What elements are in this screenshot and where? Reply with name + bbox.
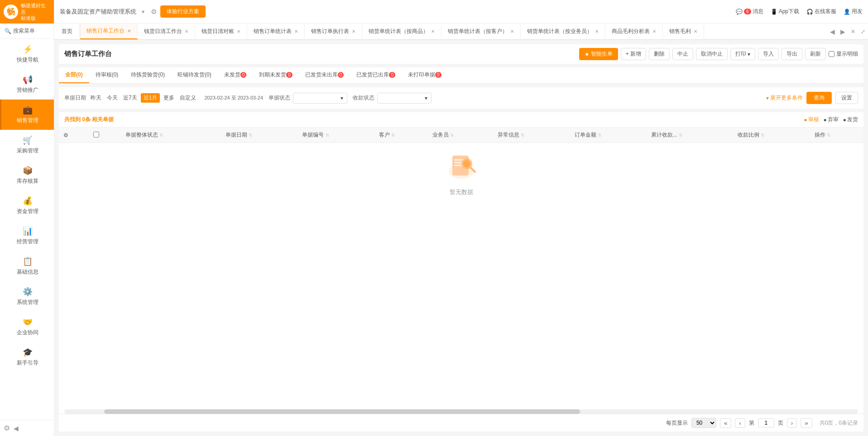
ship-action[interactable]: ● 发货 (843, 116, 858, 123)
tab-close-cash-reconcile[interactable]: ✕ (237, 29, 240, 34)
approve-action[interactable]: ● 审核 (804, 116, 819, 123)
first-page-btn[interactable]: « (720, 418, 731, 428)
show-detail-checkbox[interactable] (829, 51, 834, 57)
setting-btn[interactable]: 设置 (835, 92, 858, 104)
online-service-action[interactable]: 🎧 在线客服 (806, 8, 836, 15)
payment-select[interactable]: ▾ (377, 93, 432, 104)
trial-btn[interactable]: 体验行业方案 (160, 5, 206, 18)
sidebar-item-base-info[interactable]: 📋基础信息 (0, 251, 54, 281)
settings-icon[interactable]: ⚙ (4, 424, 10, 432)
filter-tab-all[interactable]: 全部(0) (59, 67, 89, 83)
expand-btn[interactable]: ▾ 展开更多条件 (766, 94, 803, 102)
sort-icon-exception[interactable]: ⇅ (521, 133, 524, 137)
date-opt-yesterday[interactable]: 昨天 (89, 93, 103, 103)
tab-close-sales-by-customer[interactable]: ✕ (510, 29, 514, 34)
print-btn[interactable]: 打印 ▾ (730, 48, 755, 60)
sort-icon-staff[interactable]: ⇅ (450, 133, 454, 137)
tab-sales-profit[interactable]: 销售毛利✕ (663, 24, 704, 39)
sidebar-item-guide[interactable]: 🎓新手引导 (0, 342, 54, 372)
sidebar-item-system[interactable]: ⚙️系统管理 (0, 281, 54, 312)
delete-btn[interactable]: 删除 (649, 48, 670, 60)
tab-close-sales-stats[interactable]: ✕ (294, 29, 298, 34)
filter-tab-shipped-not-out[interactable]: 已发货未出库0 (299, 67, 350, 83)
collapse-icon[interactable]: ◀ (14, 425, 19, 432)
sidebar-item-quick-nav[interactable]: ⚡快捷导航 (0, 39, 54, 69)
sort-icon-collected[interactable]: ⇅ (679, 133, 682, 137)
sidebar-item-marketing[interactable]: 📢营销推广 (0, 69, 54, 100)
settings-gear-icon[interactable]: ⚙ (151, 8, 157, 16)
dropdown-icon[interactable]: ▾ (142, 9, 144, 15)
import-btn[interactable]: 导入 (758, 48, 779, 60)
date-opt-today[interactable]: 今天 (105, 93, 120, 103)
export-btn[interactable]: 导出 (782, 48, 802, 60)
sidebar-item-purchase[interactable]: 🛒采购管理 (0, 130, 54, 160)
sidebar-item-finance[interactable]: 💰资金管理 (0, 190, 54, 221)
col-checkbox[interactable] (89, 128, 121, 143)
sort-icon-customer[interactable]: ⇅ (391, 133, 395, 137)
tab-sales-by-product[interactable]: 销货单统计表（按商品）✕ (362, 24, 441, 39)
tab-close-all-icon[interactable]: ✕ (848, 28, 858, 35)
page-size-select[interactable]: 50 10 20 100 (691, 418, 716, 428)
col-setting[interactable]: ⚙ (59, 128, 89, 143)
filter-tab-pending-review[interactable]: 待审核(0) (89, 67, 125, 83)
user-action[interactable]: 👤 用友 (844, 8, 863, 15)
sidebar-item-operations[interactable]: 📊经营管理 (0, 221, 54, 251)
tab-close-sales-profit[interactable]: ✕ (694, 29, 697, 34)
filter-tab-pending-inspect[interactable]: 待拣货验货(0) (125, 67, 171, 83)
col-setting-icon[interactable]: ⚙ (63, 132, 68, 138)
sort-icon-ratio[interactable]: ⇅ (761, 133, 764, 137)
tab-gross-profit[interactable]: 商品毛利分析表✕ (605, 24, 663, 39)
select-all-checkbox[interactable] (93, 132, 99, 137)
last-page-btn[interactable]: » (801, 418, 812, 428)
sort-icon-amount[interactable]: ⇅ (598, 133, 601, 137)
sidebar-search[interactable]: 🔍 搜索菜单 (0, 24, 54, 39)
sort-icon-number[interactable]: ⇅ (326, 133, 329, 137)
app-download-action[interactable]: 📱 App下载 (771, 8, 799, 15)
refresh-btn[interactable]: 刷新 (805, 48, 826, 60)
filter-tab-not-printed[interactable]: 未打印单据0 (402, 67, 448, 83)
tab-maximize-icon[interactable]: ⤢ (858, 28, 868, 35)
sidebar-item-inventory[interactable]: 📦库存核算 (0, 160, 54, 190)
tab-sales-exec[interactable]: 销售订单执行表✕ (305, 24, 362, 39)
filter-tab-not-shipped[interactable]: 未发货0 (218, 67, 253, 83)
sort-icon-operation[interactable]: ⇅ (827, 133, 830, 137)
tab-sales-by-staff[interactable]: 销货单统计表（按业务员）✕ (521, 24, 605, 39)
filter-tab-shipped-out[interactable]: 已发货已出库0 (350, 67, 402, 83)
tab-home[interactable]: 首页 (54, 24, 80, 39)
sidebar-item-sales[interactable]: 💼销售管理 (0, 100, 54, 130)
cancel-suspend-btn[interactable]: 取消中止 (696, 48, 728, 60)
sort-icon-status[interactable]: ⇅ (159, 133, 163, 137)
tab-sales-workbench[interactable]: 销售订单工作台✕ (80, 24, 138, 39)
prev-page-btn[interactable]: ‹ (735, 418, 745, 428)
filter-tab-expired-not-shipped[interactable]: 到期未发货0 (253, 67, 299, 83)
tab-sales-stats[interactable]: 销售订单统计表✕ (247, 24, 305, 39)
sort-icon-date[interactable]: ⇅ (249, 133, 252, 137)
filter-tab-wangpu-pending[interactable]: 旺铺待发货(0) (171, 67, 218, 83)
tab-cash-daily[interactable]: 钱货日清工作台✕ (138, 24, 195, 39)
tab-sales-by-customer[interactable]: 销货单统计表（按客户）✕ (441, 24, 521, 39)
status-select[interactable]: ▾ (293, 93, 347, 104)
tab-close-sales-workbench[interactable]: ✕ (127, 28, 131, 33)
date-opt-last1m[interactable]: 近1月 (141, 93, 160, 103)
tab-close-gross-profit[interactable]: ✕ (652, 29, 656, 34)
tab-nav-left-icon[interactable]: ◀ (827, 28, 838, 35)
horizontal-scrollbar[interactable] (64, 409, 858, 414)
sidebar-item-enterprise[interactable]: 🤝企业协同 (0, 312, 54, 342)
date-opt-last7[interactable]: 近7天 (121, 93, 139, 103)
tab-cash-reconcile[interactable]: 钱货日清对账✕ (195, 24, 247, 39)
tab-nav-right-icon[interactable]: ▶ (838, 28, 848, 35)
unapprove-action[interactable]: ● 弃审 (824, 116, 839, 123)
tab-close-sales-by-staff[interactable]: ✕ (595, 29, 599, 34)
smart-btn[interactable]: ★ 智能生单 (579, 48, 618, 60)
tab-close-sales-by-product[interactable]: ✕ (431, 29, 435, 34)
tab-close-cash-daily[interactable]: ✕ (185, 29, 188, 34)
suspend-btn[interactable]: 中止 (672, 48, 693, 60)
next-page-btn[interactable]: › (787, 418, 797, 428)
query-btn[interactable]: 查询 (806, 92, 832, 104)
add-btn[interactable]: + 新增 (621, 48, 646, 60)
page-input[interactable] (758, 418, 774, 427)
date-opt-custom[interactable]: 自定义 (178, 93, 198, 103)
message-action[interactable]: 💬 6 消息 (736, 8, 763, 15)
tab-close-sales-exec[interactable]: ✕ (352, 29, 355, 34)
date-opt-more[interactable]: 更多 (162, 93, 176, 103)
